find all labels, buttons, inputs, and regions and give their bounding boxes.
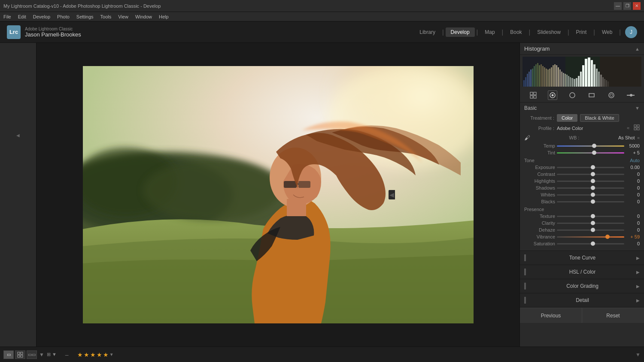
tint-thumb[interactable]	[592, 151, 596, 155]
star-1[interactable]: ★	[77, 351, 83, 358]
rating-dropdown[interactable]: ▼	[109, 352, 114, 357]
star-rating[interactable]: ★ ★ ★ ★ ★	[77, 351, 109, 358]
bw-treatment-button[interactable]: Black & White	[580, 114, 619, 122]
menu-view[interactable]: View	[118, 14, 128, 19]
tint-value: + 5	[626, 150, 640, 155]
star-4[interactable]: ★	[97, 351, 102, 358]
module-book[interactable]: Book	[505, 27, 527, 37]
tool-circle-icon[interactable]	[548, 90, 557, 100]
tone-curve-panel[interactable]: Tone Curve ▶	[520, 250, 644, 265]
module-library[interactable]: Library	[414, 27, 440, 37]
detail-panel[interactable]: Detail ▶	[520, 293, 644, 307]
auto-button[interactable]: Auto	[630, 158, 640, 163]
wb-eyedropper[interactable]: 🖌	[524, 134, 530, 141]
basic-panel-title: Basic	[524, 105, 537, 111]
view-options-menu[interactable]: ▼	[39, 352, 44, 358]
vibrance-thumb[interactable]	[605, 235, 610, 239]
menu-settings[interactable]: Settings	[76, 14, 94, 19]
menu-edit[interactable]: Edit	[18, 14, 26, 19]
close-button[interactable]: ✕	[633, 2, 641, 10]
star-5[interactable]: ★	[103, 351, 109, 358]
wb-indicator: ≈	[638, 136, 640, 140]
menu-window[interactable]: Window	[135, 14, 152, 19]
contrast-thumb[interactable]	[591, 172, 595, 176]
exposure-value: 0.00	[626, 165, 640, 170]
vibrance-slider[interactable]	[557, 236, 624, 238]
temp-label: Temp	[524, 143, 555, 148]
temp-slider[interactable]	[557, 145, 624, 147]
profile-grid-icon[interactable]	[634, 124, 640, 132]
tool-dot-icon[interactable]	[568, 90, 577, 100]
minimize-button[interactable]: —	[614, 2, 622, 10]
prev-reset-bar: Previous Reset	[520, 307, 644, 323]
module-web[interactable]: Web	[597, 27, 617, 37]
exposure-thumb[interactable]	[591, 165, 595, 169]
star-3[interactable]: ★	[90, 351, 96, 358]
whites-slider[interactable]	[557, 194, 624, 196]
texture-thumb[interactable]	[591, 214, 595, 218]
basic-panel: Basic ▼ Treatment : Color Black & White …	[520, 103, 644, 250]
color-grading-panel[interactable]: Color Grading ▶	[520, 279, 644, 293]
tool-grid-icon[interactable]	[529, 90, 538, 100]
compare-view-button[interactable]: ▭▭	[27, 350, 37, 359]
single-view-button[interactable]: ▭	[3, 350, 14, 359]
tool-rect-icon[interactable]	[587, 90, 596, 100]
contrast-slider[interactable]	[557, 174, 624, 175]
highlights-slider[interactable]	[557, 181, 624, 182]
filmstrip-toggle[interactable]: ▼	[635, 352, 641, 358]
menu-file[interactable]: File	[3, 14, 11, 19]
menu-develop[interactable]: Develop	[33, 14, 50, 19]
shadows-slider[interactable]	[557, 187, 624, 189]
svg-point-70	[610, 94, 613, 97]
dehaze-thumb[interactable]	[591, 228, 595, 232]
saturation-thumb[interactable]	[591, 241, 595, 246]
exposure-slider[interactable]	[557, 167, 624, 168]
menu-photo[interactable]: Photo	[57, 14, 70, 19]
star-2[interactable]: ★	[84, 351, 89, 358]
texture-slider[interactable]	[557, 216, 624, 217]
blacks-slider[interactable]	[557, 201, 624, 202]
right-expand-arrow[interactable]: ◀	[389, 190, 395, 199]
saturation-label: Saturation	[524, 241, 555, 246]
hsl-color-chevron: ▶	[636, 270, 640, 275]
hsl-color-panel[interactable]: HSL / Color ▶	[520, 265, 644, 279]
temp-thumb[interactable]	[592, 144, 596, 148]
whites-label: Whites	[524, 192, 555, 197]
highlights-thumb[interactable]	[591, 179, 595, 183]
menu-help[interactable]: Help	[159, 14, 169, 19]
bottom-bar: ▭ ▭▭ ▼ ⊞ ▼ – ★ ★ ★ ★ ★ ▼ ▼	[0, 347, 644, 362]
menu-tools[interactable]: Tools	[100, 14, 112, 19]
clarity-thumb[interactable]	[591, 221, 595, 225]
color-treatment-button[interactable]: Color	[557, 114, 577, 122]
histogram-arrow[interactable]: ▲	[635, 46, 640, 51]
blacks-thumb[interactable]	[591, 199, 595, 204]
grid-view-button[interactable]	[15, 350, 25, 359]
user-avatar[interactable]: J	[625, 26, 637, 38]
previous-button[interactable]: Previous	[520, 308, 582, 323]
module-map[interactable]: Map	[480, 27, 500, 37]
module-print[interactable]: Print	[571, 27, 592, 37]
dehaze-slider[interactable]	[557, 229, 624, 231]
basic-panel-arrow[interactable]: ▼	[635, 106, 640, 111]
module-slideshow[interactable]: Slideshow	[532, 27, 566, 37]
svg-rect-75	[634, 128, 636, 130]
left-panel-toggle[interactable]: ◀	[16, 133, 20, 138]
profile-value[interactable]: Adobe Color	[557, 126, 625, 131]
reset-button[interactable]: Reset	[582, 308, 644, 323]
tool-ring-icon[interactable]	[607, 90, 616, 100]
module-develop[interactable]: Develop	[446, 27, 475, 37]
maximize-button[interactable]: ❐	[623, 2, 631, 10]
clarity-slider[interactable]	[557, 223, 624, 224]
svg-rect-61	[530, 92, 533, 95]
svg-rect-80	[21, 355, 23, 357]
shadows-thumb[interactable]	[591, 186, 595, 190]
tint-slider[interactable]	[557, 152, 624, 154]
vibrance-row: Vibrance + 59	[523, 233, 641, 240]
whites-thumb[interactable]	[591, 193, 595, 197]
wb-value[interactable]: As Shot	[618, 135, 635, 140]
tool-slider-icon[interactable]	[626, 90, 635, 100]
saturation-slider[interactable]	[557, 243, 624, 244]
svg-rect-8	[284, 181, 297, 188]
zoom-control[interactable]: ⊞ ▼	[47, 352, 57, 357]
title-bar-controls[interactable]: — ❐ ✕	[614, 2, 641, 10]
